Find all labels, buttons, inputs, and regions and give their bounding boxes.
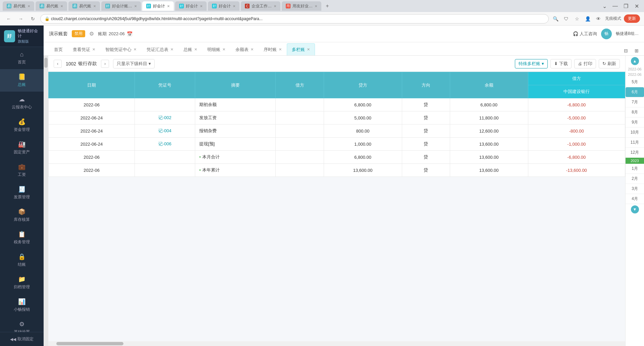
tab-voucher-summary-close[interactable]: ✕	[170, 47, 173, 52]
sidebar-item-basic-settings[interactable]: ⚙ 基础设置	[0, 316, 44, 332]
tab-general-ledger-close[interactable]: ✕	[194, 47, 197, 52]
tab-close-4[interactable]: ✕	[134, 4, 137, 8]
search-icon[interactable]: 🔍	[551, 15, 559, 23]
voucher-link[interactable]: 记-002	[158, 115, 171, 120]
tab-smart-voucher-close[interactable]: ✕	[133, 47, 137, 52]
browser-tab-5[interactable]: 好 好会计 ✕	[142, 1, 174, 11]
maximize-panel-button[interactable]: ⊞	[632, 46, 641, 55]
sidebar-item-fund[interactable]: 💰 资金管理	[0, 114, 44, 137]
tab-close-6[interactable]: ✕	[200, 4, 203, 8]
cal-month-2023-3[interactable]: 3月	[626, 184, 644, 194]
back-button[interactable]: ←	[4, 14, 13, 23]
star-icon[interactable]: ☆	[573, 15, 581, 23]
tab-balance-sheet-close[interactable]: ✕	[251, 47, 254, 52]
calendar-icon[interactable]: 📅	[127, 31, 132, 37]
cal-month-7[interactable]: 7月	[626, 97, 644, 107]
cal-month-10[interactable]: 10月	[626, 128, 644, 138]
cell-voucher-no[interactable]: 记-006	[135, 138, 195, 151]
browser-tab-9[interactable]: 用 用友好业… ✕	[282, 1, 321, 11]
prev-account-button[interactable]: ‹	[54, 60, 62, 68]
tab-voucher-view[interactable]: 查看凭证 ✕	[68, 43, 100, 55]
browser-tab-3[interactable]: 易 易代账 ✕	[68, 1, 100, 11]
tab-close-7[interactable]: ✕	[233, 4, 235, 8]
tab-balance-sheet[interactable]: 余额表 ✕	[230, 43, 259, 55]
tab-close-8[interactable]: ✕	[274, 4, 276, 8]
cell-voucher-no[interactable]: 记-004	[135, 125, 195, 138]
cal-month-9[interactable]: 9月	[626, 117, 644, 128]
sidebar-footer[interactable]: ◀◀ 取消固定	[0, 332, 44, 346]
tab-close-2[interactable]: ✕	[60, 4, 63, 8]
cal-month-2023-1[interactable]: 1月	[626, 164, 644, 174]
update-button[interactable]: 更新	[624, 14, 640, 23]
refresh-button[interactable]: ↻ 刷新	[599, 59, 620, 68]
tab-close-5[interactable]: ✕	[167, 4, 170, 8]
shield-icon[interactable]: 🛡	[562, 15, 570, 23]
restore-button[interactable]: ❐	[621, 1, 631, 11]
tab-voucher-view-close[interactable]: ✕	[92, 47, 95, 52]
sidebar-item-closing[interactable]: 🔒 结账	[0, 249, 44, 271]
stealth-mode-icon[interactable]: 👁	[594, 15, 602, 23]
calendar-up-button[interactable]: ▲	[631, 57, 639, 65]
address-input[interactable]: 🔒 cloud2.chanjet.com/accounting/uh26t264…	[40, 14, 549, 23]
browser-tab-2[interactable]: 易 易代账 ✕	[36, 1, 67, 11]
tab-close-3[interactable]: ✕	[93, 4, 96, 8]
consult-button[interactable]: 🎧 人工咨询	[573, 31, 597, 37]
cell-voucher-no[interactable]: 记-002	[135, 111, 195, 125]
cal-month-12[interactable]: 12月	[626, 148, 644, 158]
voucher-link[interactable]: 记-006	[158, 141, 171, 146]
download-button[interactable]: ⬇ 下载	[550, 59, 572, 68]
tab-sequential-ledger-close[interactable]: ✕	[279, 47, 282, 52]
sidebar-item-general-ledger[interactable]: 📒 总账	[0, 69, 44, 92]
close-button[interactable]: ✕	[632, 1, 641, 11]
minimize-panel-button[interactable]: ⊟	[621, 46, 631, 55]
sidebar-item-salary[interactable]: 💼 工资	[0, 159, 44, 182]
sidebar-item-tax[interactable]: 📋 税务管理	[0, 227, 44, 249]
reload-button[interactable]: ↻	[28, 14, 38, 23]
browser-tab-6[interactable]: 好 好会计 ✕	[175, 1, 207, 11]
cal-month-11[interactable]: 11月	[626, 138, 644, 148]
gear-icon[interactable]: ⚙	[89, 31, 94, 37]
tab-voucher-summary[interactable]: 凭证汇总表 ✕	[142, 43, 178, 55]
tab-sequential-ledger[interactable]: 序时账 ✕	[259, 43, 287, 55]
print-button[interactable]: 🖨 打印	[574, 59, 596, 68]
cal-month-6[interactable]: 6月	[626, 87, 644, 97]
sidebar-item-fixed-assets[interactable]: 🏭 固定资产	[0, 137, 44, 159]
feature-button[interactable]: 特殊多栏账 ▾	[515, 59, 548, 68]
sidebar-item-invoice[interactable]: 🧾 发票管理	[0, 182, 44, 204]
browser-tab-7[interactable]: 好 好会计 ✕	[208, 1, 239, 11]
next-account-button[interactable]: ›	[101, 60, 109, 68]
cal-month-8[interactable]: 8月	[626, 107, 644, 117]
tab-detail-ledger[interactable]: 明细账 ✕	[202, 43, 230, 55]
filter-dropdown[interactable]: 只显示下级科目 ▾	[113, 59, 155, 68]
cal-month-2023-2[interactable]: 2月	[626, 174, 644, 184]
new-tab-button[interactable]: +	[323, 1, 332, 11]
sidebar-item-home[interactable]: ⌂ 首页	[0, 47, 44, 69]
voucher-link[interactable]: 记-004	[158, 128, 171, 133]
tab-list-button[interactable]: ⌄	[600, 1, 609, 11]
forward-button[interactable]: →	[16, 14, 25, 23]
tab-home[interactable]: 首页	[49, 43, 68, 55]
browser-tab-4[interactable]: 好 好会计账… ✕	[101, 1, 141, 11]
sidebar-item-inventory[interactable]: 📦 库存核算	[0, 204, 44, 227]
cal-month-5[interactable]: 5月	[626, 77, 644, 87]
sidebar-item-archive[interactable]: 📁 归档管理	[0, 271, 44, 294]
tab-close-9[interactable]: ✕	[315, 4, 317, 8]
sidebar-item-cloud-report[interactable]: ☁ 云报表中心	[0, 92, 44, 114]
profile-icon[interactable]: 👤	[584, 15, 592, 23]
tab-general-ledger[interactable]: 总账 ✕	[178, 43, 202, 55]
cal-month-2023-4[interactable]: 4月	[626, 194, 644, 204]
tab-detail-ledger-close[interactable]: ✕	[222, 47, 225, 52]
ledger-table-wrap[interactable]: 日期 凭证号 摘要 借方 贷方 方向 余额 借方 中国建设银行	[48, 72, 625, 341]
browser-tab-1[interactable]: 易 易代账 ✕	[3, 1, 34, 11]
tab-multi-column[interactable]: 多栏账 ✕	[287, 43, 315, 55]
account-selector[interactable]: 1002 银行存款	[66, 61, 97, 67]
tab-smart-voucher[interactable]: 智能凭证中心 ✕	[100, 43, 142, 55]
tab-multi-column-close[interactable]: ✕	[307, 47, 310, 52]
browser-tab-8[interactable]: C 企业工作… ✕	[241, 1, 280, 11]
bottom-scrollbar[interactable]	[48, 341, 625, 346]
sidebar-item-xiao-report[interactable]: 📊 小畅报销	[0, 294, 44, 316]
tab-close-1[interactable]: ✕	[28, 4, 30, 8]
left-scrollbar[interactable]	[44, 56, 48, 346]
calendar-down-button[interactable]: ▼	[631, 205, 639, 213]
minimize-button[interactable]: —	[610, 1, 620, 11]
